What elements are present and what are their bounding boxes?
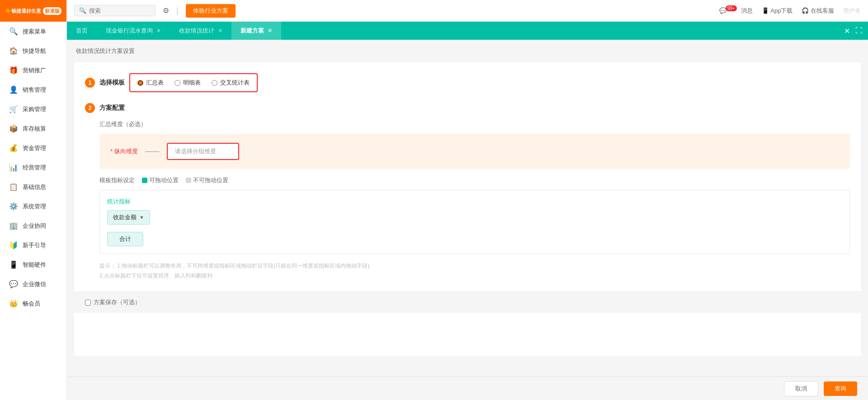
dimension-placeholder: 请选择分组维度	[175, 148, 216, 155]
topbar-right: 💬 99+ 消息 📱 App下载 🎧 在线客服 用户名	[719, 7, 861, 15]
tab-cashflow[interactable]: 现金银行流水查询 ✕	[97, 22, 170, 40]
device-icon: 📱	[9, 260, 18, 269]
sidebar-label-sales: 销售管理	[23, 86, 46, 94]
non-draggable-label: 不可拖动位置	[193, 176, 228, 184]
sidebar-label-finance: 资金管理	[23, 144, 46, 152]
sidebar-label-quick-nav: 快捷导航	[23, 47, 46, 55]
metrics-title: 模板指标设定	[99, 176, 135, 184]
money-icon: 💰	[9, 144, 18, 152]
sidebar-item-inventory[interactable]: 📦 库存核算	[0, 119, 66, 138]
search-box[interactable]: 🔍	[74, 5, 156, 16]
download-label: App下载	[770, 7, 793, 14]
step2-section: 2 方案配置 汇总维度（必选） * 纵向维度 —— 请选择分组维度	[85, 103, 850, 281]
draggable-indicator: 可拖动位置	[142, 176, 179, 184]
tab-maximize-icon[interactable]: ⛶	[855, 27, 863, 35]
sidebar-label-basic: 基础信息	[23, 183, 46, 191]
tab-close-icon[interactable]: ✕	[844, 27, 850, 35]
settings-icon[interactable]: ⚙	[163, 6, 169, 15]
sidebar-item-system[interactable]: ⚙️ 系统管理	[0, 197, 66, 216]
dimension-select[interactable]: 请选择分组维度	[167, 143, 239, 160]
query-button[interactable]: 查询	[824, 381, 857, 396]
metric-subtag-total[interactable]: 合计	[107, 232, 143, 246]
crown-icon: 👑	[9, 299, 18, 308]
notification-count: 99+	[726, 5, 737, 11]
radio-detail-input[interactable]	[175, 80, 180, 86]
sidebar-label-marketing: 营销推广	[23, 66, 46, 75]
sidebar-label-purchase: 采购管理	[23, 105, 46, 113]
gift-icon: 🎁	[9, 66, 18, 75]
non-draggable-indicator: 不可拖动位置	[186, 176, 228, 184]
clipboard-icon: 📋	[9, 183, 18, 191]
dimension-row: * 纵向维度 —— 请选择分组维度	[110, 143, 839, 160]
sidebar-item-sales[interactable]: 👤 销售管理	[0, 80, 66, 99]
step1-title: 选择模板	[99, 79, 125, 87]
save-label: 方案保存（可选）	[94, 298, 141, 306]
sidebar-label-wechat: 企业微信	[23, 280, 46, 288]
search-input[interactable]	[89, 7, 148, 14]
wechat-icon: 💬	[9, 280, 18, 288]
cancel-button[interactable]: 取消	[784, 381, 818, 396]
radio-summary-input[interactable]	[137, 80, 143, 86]
metrics-row: 收款金额 ▼	[107, 210, 842, 225]
support-label: 在线客服	[811, 7, 834, 14]
sidebar-label-inventory: 库存核算	[23, 125, 46, 133]
notification-label: 消息	[741, 7, 753, 14]
radio-summary[interactable]: 汇总表	[137, 79, 164, 87]
tip-2: 2.点击标题栏下拉可设置排序、插入列和删除列	[99, 271, 850, 281]
topbar: 🔍 ⚙ | 体验行业方案 💬 99+ 消息 📱 App下载 🎧 在线客服 用户名	[67, 0, 868, 22]
tab-new-plan[interactable]: 新建方案 ✕	[231, 22, 281, 40]
radio-summary-label: 汇总表	[146, 79, 164, 87]
gear-icon: ⚙️	[9, 202, 18, 211]
sidebar-item-guide[interactable]: 🔰 新手引导	[0, 235, 66, 255]
dimension-title: 汇总维度（必选）	[99, 120, 850, 128]
app-logo: 🔶 畅捷通好生意 标准版	[0, 0, 66, 22]
tab-receipts-label: 收款情况统计	[179, 27, 214, 35]
radio-detail[interactable]: 明细表	[175, 79, 201, 87]
sidebar-item-member[interactable]: 👑 畅会员	[0, 294, 66, 313]
tab-cashflow-label: 现金银行流水查询	[106, 27, 153, 35]
notification-area[interactable]: 💬 99+ 消息	[719, 7, 753, 15]
user-name[interactable]: 用户名	[843, 7, 861, 15]
sidebar-item-finance[interactable]: 💰 资金管理	[0, 138, 66, 158]
sidebar-item-wechat[interactable]: 💬 企业微信	[0, 274, 66, 294]
sidebar-item-search[interactable]: 🔍 搜索菜单	[0, 22, 66, 41]
sidebar-label-search: 搜索菜单	[23, 28, 46, 36]
radio-cross-label: 交叉统计表	[220, 79, 250, 87]
sidebar-item-enterprise[interactable]: 🏢 企业协同	[0, 216, 66, 235]
radio-detail-label: 明细表	[183, 79, 201, 87]
sidebar-label-enterprise: 企业协同	[23, 222, 46, 230]
sidebar-item-basic[interactable]: 📋 基础信息	[0, 177, 66, 197]
tab-cashflow-close[interactable]: ✕	[156, 28, 161, 34]
tab-home-label: 首页	[76, 27, 88, 35]
sidebar-item-hardware[interactable]: 📱 智能硬件	[0, 255, 66, 274]
step1-num: 1	[85, 78, 95, 88]
tabbar: 首页 现金银行流水查询 ✕ 收款情况统计 ✕ 新建方案 ✕ ✕ ⛶	[67, 22, 868, 40]
save-checkbox[interactable]	[85, 300, 91, 306]
tab-new-plan-close[interactable]: ✕	[268, 28, 272, 34]
building-icon: 🏢	[9, 221, 18, 230]
save-option[interactable]: 方案保存（可选）	[85, 298, 141, 306]
tab-receipts[interactable]: 收款情况统计 ✕	[170, 22, 231, 40]
radio-cross[interactable]: 交叉统计表	[212, 79, 250, 87]
step1-section: 1 选择模板 汇总表 明细表 交叉统计表	[85, 73, 850, 92]
metric-subtag-label: 合计	[119, 235, 131, 243]
logo-icon: 🔶	[5, 8, 11, 14]
non-drag-dot-icon	[186, 178, 191, 183]
metric-tag-amount[interactable]: 收款金额 ▼	[107, 210, 150, 225]
sidebar-label-guide: 新手引导	[23, 241, 46, 249]
dimension-area: * 纵向维度 —— 请选择分组维度	[99, 134, 850, 169]
support-area[interactable]: 🎧 在线客服	[802, 7, 834, 15]
drag-dot-icon	[142, 178, 147, 183]
sidebar-item-quick-nav[interactable]: 🏠 快捷导航	[0, 41, 66, 61]
sidebar-item-purchase[interactable]: 🛒 采购管理	[0, 99, 66, 119]
dimension-config: 汇总维度（必选） * 纵向维度 —— 请选择分组维度 模板指标设定	[99, 120, 850, 281]
sidebar-item-marketing[interactable]: 🎁 营销推广	[0, 61, 66, 80]
radio-cross-input[interactable]	[212, 80, 217, 86]
metric-tag-label: 收款金额	[113, 213, 137, 221]
sidebar-item-operation[interactable]: 📊 经营管理	[0, 158, 66, 177]
download-area[interactable]: 📱 App下载	[762, 7, 793, 15]
tab-home[interactable]: 首页	[67, 22, 97, 40]
home-icon: 🏠	[9, 47, 18, 55]
tab-receipts-close[interactable]: ✕	[218, 28, 222, 34]
industry-btn[interactable]: 体验行业方案	[186, 4, 236, 18]
